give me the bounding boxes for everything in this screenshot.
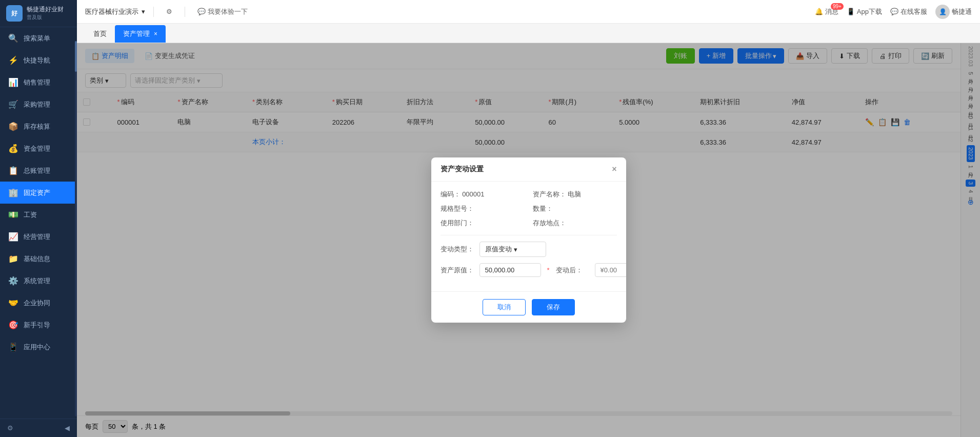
guide-icon: 🎯 xyxy=(8,320,18,330)
dept-label: 使用部门： xyxy=(441,218,525,228)
company-name: 医疗器械行业演示 xyxy=(85,7,138,16)
sidebar-item-system[interactable]: ⚙️ 系统管理 xyxy=(0,270,77,292)
sidebar-item-label: 快捷导航 xyxy=(24,56,50,65)
change-type-row: 变动类型： 原值变动 ▾ xyxy=(441,242,617,257)
settings-icon[interactable]: ⚙ xyxy=(7,424,13,432)
content-area: 📋 资产明细 📄 变更生成凭证 刘账 + 新增 批量操作 xyxy=(77,43,980,437)
basic-info-icon: 📁 xyxy=(8,254,18,264)
feedback-label: 我要体验一下 xyxy=(208,7,248,16)
download-icon: 📱 xyxy=(847,8,855,15)
quantity-field: 数量： xyxy=(533,204,617,213)
change-type-label: 变动类型： xyxy=(441,245,475,254)
sidebar-item-guide[interactable]: 🎯 新手引导 xyxy=(0,314,77,336)
ledger-icon: 📋 xyxy=(8,166,18,175)
system-icon: ⚙️ xyxy=(8,276,18,286)
sidebar-item-label: 经营管理 xyxy=(24,232,50,242)
app-name: 畅捷通好业财 xyxy=(27,6,64,14)
dialog-overlay: 资产变动设置 × 编码： 000001 资产名称： xyxy=(77,43,980,437)
sidebar-item-label: 销售管理 xyxy=(24,78,50,87)
after-change-label: 变动后： xyxy=(556,266,591,275)
sidebar-item-inventory[interactable]: 📦 库存核算 xyxy=(0,115,77,137)
asset-value-row: 资产原值： * 变动后： xyxy=(441,263,617,277)
quantity-label: 数量： xyxy=(533,204,617,213)
sidebar-item-label: 企业协同 xyxy=(24,299,50,308)
notification-btn[interactable]: 🔔 消息 99+ xyxy=(815,7,838,16)
sidebar-item-label: 固定资产 xyxy=(24,188,50,197)
code-label: 编码： 000001 xyxy=(441,190,525,199)
settings-btn[interactable]: ⚙ xyxy=(162,6,176,17)
user-info[interactable]: 👤 畅捷通 xyxy=(935,5,972,19)
sidebar-item-quick-nav[interactable]: ⚡ 快捷导航 xyxy=(0,49,77,71)
asset-value-input[interactable] xyxy=(479,263,541,277)
sidebar-item-enterprise[interactable]: 🤝 企业协同 xyxy=(0,292,77,314)
dialog-body: 编码： 000001 资产名称： 电脑 规格型号 xyxy=(431,182,626,291)
spec-field: 规格型号： xyxy=(441,204,525,213)
app-version: 普及版 xyxy=(27,14,64,21)
change-type-dropdown-icon: ▾ xyxy=(514,246,517,253)
required-star: * xyxy=(547,266,550,274)
change-type-value: 原值变动 xyxy=(485,245,512,254)
enterprise-icon: 🤝 xyxy=(8,298,18,308)
topbar-right: 🔔 消息 99+ 📱 App下载 💬 在线客服 👤 畅捷通 xyxy=(815,5,972,19)
sidebar-item-label: 采购管理 xyxy=(24,100,50,109)
sidebar-item-fixed-assets[interactable]: 🏢 固定资产 xyxy=(0,182,77,204)
tab-close-icon[interactable]: × xyxy=(154,30,157,37)
sidebar-item-label: 总账管理 xyxy=(24,166,50,175)
fixed-assets-icon: 🏢 xyxy=(8,188,18,197)
sidebar-item-sales[interactable]: 📊 销售管理 xyxy=(0,71,77,93)
sidebar: 好 畅捷通好业财 普及版 🔍 搜索菜单 ⚡ 快捷导航 📊 销售管理 🛒 采购管理… xyxy=(0,0,77,437)
quick-nav-icon: ⚡ xyxy=(8,55,18,65)
tab-home[interactable]: 首页 xyxy=(85,25,115,43)
online-service-label: 在线客服 xyxy=(901,7,927,16)
sidebar-bottom: ⚙ ◀ xyxy=(0,419,77,437)
inventory-icon: 📦 xyxy=(8,122,18,131)
sidebar-item-operations[interactable]: 📈 经营管理 xyxy=(0,226,77,248)
dialog-title: 资产变动设置 xyxy=(441,165,484,174)
tab-asset-management[interactable]: 资产管理 × xyxy=(115,25,166,43)
gear-icon: ⚙ xyxy=(166,8,172,15)
sidebar-nav: 🔍 搜索菜单 ⚡ 快捷导航 📊 销售管理 🛒 采购管理 📦 库存核算 💰 资金管… xyxy=(0,27,77,419)
cancel-button[interactable]: 取消 xyxy=(483,299,526,315)
sidebar-item-finance[interactable]: 💰 资金管理 xyxy=(0,137,77,160)
purchase-icon: 🛒 xyxy=(8,100,18,109)
spec-label: 规格型号： xyxy=(441,204,525,213)
location-field: 存放地点： xyxy=(533,218,617,228)
app-center-icon: 📱 xyxy=(8,342,18,352)
location-label: 存放地点： xyxy=(533,218,617,228)
sidebar-item-label: 搜索菜单 xyxy=(24,34,50,43)
sidebar-item-label: 应用中心 xyxy=(24,343,50,352)
save-button[interactable]: 保存 xyxy=(532,299,575,315)
feedback-icon: 💬 xyxy=(197,8,206,15)
asset-name-label: 资产名称： 电脑 xyxy=(533,190,617,199)
sidebar-item-label: 系统管理 xyxy=(24,276,50,286)
sidebar-item-search[interactable]: 🔍 搜索菜单 xyxy=(0,27,77,49)
sidebar-item-app-center[interactable]: 📱 应用中心 xyxy=(0,336,77,358)
sidebar-item-ledger[interactable]: 📋 总账管理 xyxy=(0,160,77,182)
app-download-label: App下载 xyxy=(857,7,882,16)
tabs-bar: 首页 资产管理 × xyxy=(77,24,980,43)
notification-badge: 99+ xyxy=(831,3,844,10)
company-selector[interactable]: 医疗器械行业演示 ▾ xyxy=(85,7,145,16)
feedback-btn[interactable]: 💬 我要体验一下 xyxy=(193,5,252,18)
sales-icon: 📊 xyxy=(8,77,18,87)
operations-icon: 📈 xyxy=(8,232,18,242)
dialog-footer: 取消 保存 xyxy=(431,291,626,323)
company-dropdown-icon: ▾ xyxy=(142,8,145,15)
asset-name-field: 资产名称： 电脑 xyxy=(533,190,617,199)
sidebar-item-payroll[interactable]: 💵 工资 xyxy=(0,204,77,226)
sidebar-item-label: 新手引导 xyxy=(24,321,50,330)
asset-value-label: 资产原值： xyxy=(441,266,475,275)
app-download-btn[interactable]: 📱 App下载 xyxy=(847,7,882,16)
sidebar-item-basic-info[interactable]: 📁 基础信息 xyxy=(0,248,77,270)
dept-field: 使用部门： xyxy=(441,218,525,228)
after-change-input[interactable] xyxy=(595,263,626,277)
collapse-icon[interactable]: ◀ xyxy=(65,424,70,432)
online-service-btn[interactable]: 💬 在线客服 xyxy=(890,7,927,16)
change-type-select[interactable]: 原值变动 ▾ xyxy=(479,242,546,257)
asset-tab-label: 资产管理 xyxy=(123,29,150,38)
dialog-close-btn[interactable]: × xyxy=(612,165,616,174)
sidebar-item-label: 基础信息 xyxy=(24,254,50,264)
sidebar-item-purchase[interactable]: 🛒 采购管理 xyxy=(0,93,77,115)
dialog-info-grid: 编码： 000001 资产名称： 电脑 规格型号 xyxy=(441,190,617,228)
sidebar-item-label: 库存核算 xyxy=(24,122,50,131)
